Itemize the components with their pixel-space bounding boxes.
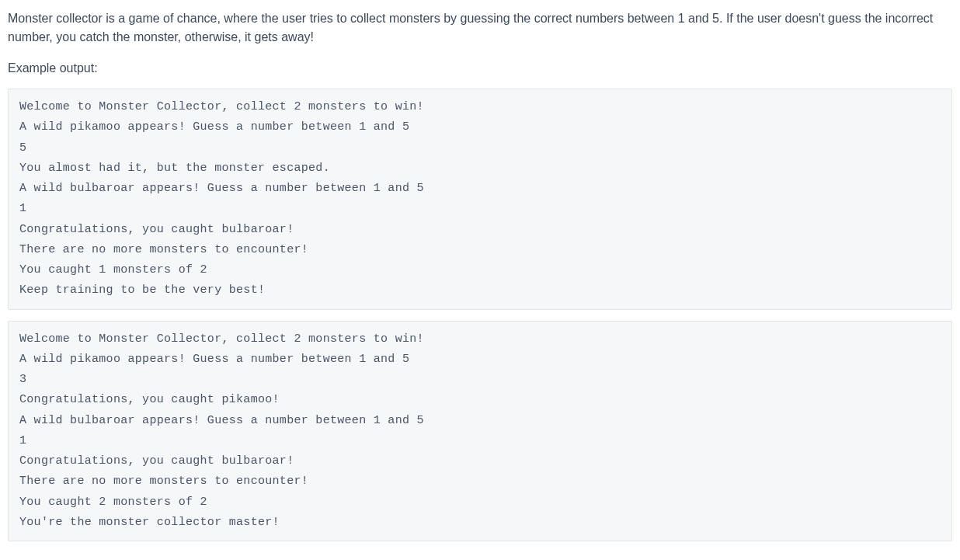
intro-paragraph: Monster collector is a game of chance, w…: [8, 9, 952, 47]
example-output-label: Example output:: [8, 59, 952, 78]
example-output-block-1: Welcome to Monster Collector, collect 2 …: [8, 89, 952, 310]
example-output-block-2: Welcome to Monster Collector, collect 2 …: [8, 321, 952, 542]
